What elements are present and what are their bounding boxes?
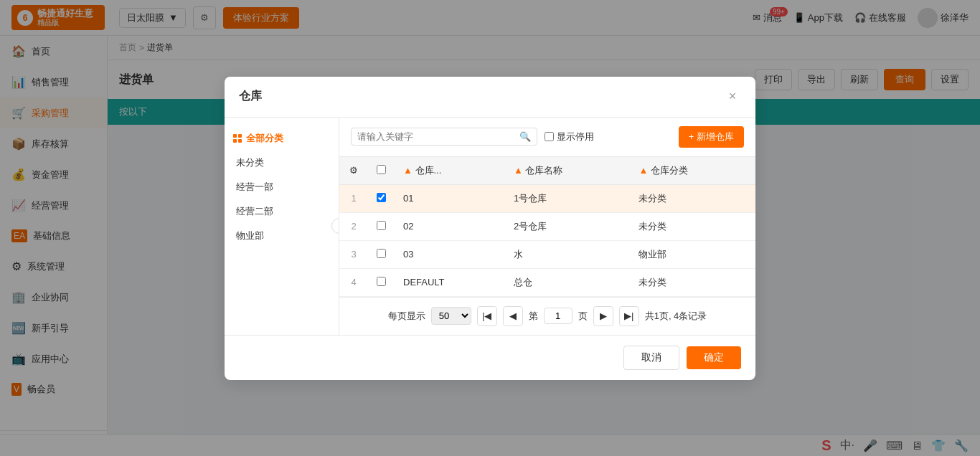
cancel-button[interactable]: 取消 bbox=[623, 346, 679, 370]
row-code: 03 bbox=[395, 240, 505, 268]
close-button[interactable]: × bbox=[724, 88, 741, 105]
row-checkbox[interactable] bbox=[377, 193, 386, 202]
table-row[interactable]: 4 DEFAULT 总仓 未分类 bbox=[339, 268, 755, 296]
row-code: 02 bbox=[395, 212, 505, 240]
row-num: 4 bbox=[339, 268, 368, 296]
modal-header: 仓库 × bbox=[225, 77, 755, 118]
row-code: 01 bbox=[395, 184, 505, 212]
table-row[interactable]: 3 03 水 物业部 bbox=[339, 240, 755, 268]
row-check-cell bbox=[368, 184, 395, 212]
th-checkbox bbox=[368, 157, 395, 185]
row-num: 2 bbox=[339, 212, 368, 240]
row-checkbox[interactable] bbox=[377, 277, 386, 286]
search-input[interactable] bbox=[357, 131, 519, 142]
total-text: 共1页, 4条记录 bbox=[645, 310, 707, 323]
th-code: ▲ 仓库... bbox=[395, 157, 505, 185]
sort-icon: ▲ bbox=[514, 165, 523, 176]
prev-page-button[interactable]: ◀ bbox=[503, 306, 523, 326]
row-category: 未分类 bbox=[630, 268, 755, 296]
warehouse-modal: 仓库 × 全部分类 未分类 经营一部 经营二部 物业部 bbox=[225, 77, 755, 380]
row-name: 总仓 bbox=[505, 268, 631, 296]
add-warehouse-button[interactable]: + 新增仓库 bbox=[679, 126, 744, 148]
last-page-button[interactable]: ▶| bbox=[619, 306, 639, 326]
row-num: 1 bbox=[339, 184, 368, 212]
category-panel: 全部分类 未分类 经营一部 经营二部 物业部 《 bbox=[225, 118, 339, 335]
category-item[interactable]: 物业部 bbox=[225, 224, 339, 248]
row-check-cell bbox=[368, 268, 395, 296]
row-name: 2号仓库 bbox=[505, 212, 631, 240]
row-check-cell bbox=[368, 212, 395, 240]
all-categories-item[interactable]: 全部分类 bbox=[225, 126, 339, 151]
warehouse-table: ⚙ ▲ 仓库... ▲ bbox=[339, 157, 755, 297]
show-disabled-check[interactable] bbox=[545, 132, 554, 141]
show-disabled-checkbox[interactable]: 显示停用 bbox=[545, 130, 594, 143]
modal-footer: 取消 确定 bbox=[225, 335, 755, 380]
sort-icon: ▲ bbox=[403, 165, 413, 176]
category-item[interactable]: 经营二部 bbox=[225, 199, 339, 224]
row-name: 1号仓库 bbox=[505, 184, 631, 212]
modal-title: 仓库 bbox=[239, 89, 262, 104]
pagination: 每页显示 50 20 100 |◀ ◀ 第 页 ▶ ▶| 共1页, 4条记录 bbox=[339, 297, 755, 335]
category-item[interactable]: 未分类 bbox=[225, 151, 339, 175]
next-page-button[interactable]: ▶ bbox=[593, 306, 613, 326]
gear-header-icon: ⚙ bbox=[349, 165, 358, 176]
category-item[interactable]: 经营一部 bbox=[225, 175, 339, 199]
per-page-label: 每页显示 bbox=[388, 310, 425, 323]
row-code: DEFAULT bbox=[395, 268, 505, 296]
table-row[interactable]: 1 01 1号仓库 未分类 bbox=[339, 184, 755, 212]
row-category: 物业部 bbox=[630, 240, 755, 268]
th-name: ▲ 仓库名称 bbox=[505, 157, 631, 185]
page-unit: 页 bbox=[578, 310, 588, 323]
row-category: 未分类 bbox=[630, 212, 755, 240]
row-checkbox[interactable] bbox=[377, 221, 386, 230]
modal-overlay: 仓库 × 全部分类 未分类 经营一部 经营二部 物业部 bbox=[0, 0, 980, 456]
warehouse-data-table: ⚙ ▲ 仓库... ▲ bbox=[339, 157, 755, 297]
row-name: 水 bbox=[505, 240, 631, 268]
th-category: ▲ 仓库分类 bbox=[630, 157, 755, 185]
table-row[interactable]: 2 02 2号仓库 未分类 bbox=[339, 212, 755, 240]
row-category: 未分类 bbox=[630, 184, 755, 212]
first-page-button[interactable]: |◀ bbox=[477, 306, 497, 326]
page-size-select[interactable]: 50 20 100 bbox=[431, 307, 471, 325]
grid-icon bbox=[233, 134, 242, 143]
th-settings: ⚙ bbox=[339, 157, 368, 185]
search-icon: 🔍 bbox=[519, 131, 531, 142]
search-box: 🔍 bbox=[351, 128, 537, 146]
select-all-checkbox[interactable] bbox=[377, 165, 386, 174]
row-checkbox[interactable] bbox=[377, 249, 386, 258]
page-label: 第 bbox=[529, 310, 538, 323]
row-check-cell bbox=[368, 240, 395, 268]
row-num: 3 bbox=[339, 240, 368, 268]
table-toolbar: 🔍 显示停用 + 新增仓库 bbox=[339, 118, 755, 157]
page-number-input[interactable] bbox=[544, 308, 573, 324]
confirm-button[interactable]: 确定 bbox=[687, 346, 741, 369]
sort-icon: ▲ bbox=[639, 165, 648, 176]
warehouse-panel: 🔍 显示停用 + 新增仓库 ⚙ bbox=[339, 118, 755, 335]
modal-body: 全部分类 未分类 经营一部 经营二部 物业部 《 🔍 bbox=[225, 118, 755, 335]
